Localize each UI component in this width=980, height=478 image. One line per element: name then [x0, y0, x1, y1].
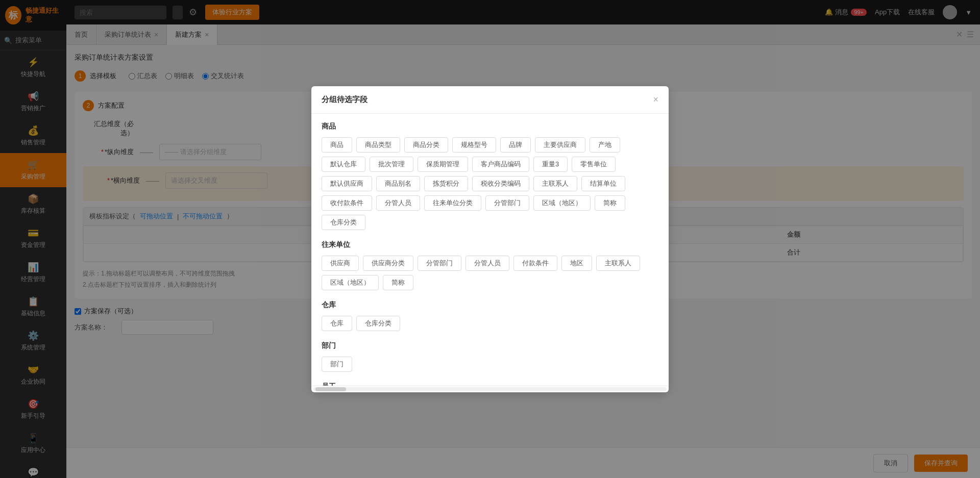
field-group-title-3: 部门: [322, 341, 658, 350]
field-tag-0-17[interactable]: 主联系人: [533, 176, 577, 191]
modal-overlay[interactable]: 分组待选字段 × 商品商品商品类型商品分类规格型号品牌主要供应商产地默认仓库批次…: [0, 0, 980, 478]
field-group-4: 员工业务员: [322, 382, 658, 386]
field-tag-1-2[interactable]: 分管部门: [418, 256, 461, 271]
field-tag-0-14[interactable]: 商品别名: [376, 176, 420, 191]
field-tag-0-9[interactable]: 保质期管理: [418, 157, 468, 172]
field-tag-3-0[interactable]: 部门: [322, 357, 352, 372]
field-tag-0-12[interactable]: 零售单位: [572, 157, 616, 172]
field-tag-0-7[interactable]: 默认仓库: [322, 157, 365, 172]
field-tag-0-19[interactable]: 收付款条件: [322, 195, 372, 211]
field-group-title-1: 往来单位: [322, 240, 658, 249]
field-tag-0-22[interactable]: 分管部门: [485, 195, 529, 211]
modal-header: 分组待选字段 ×: [311, 86, 669, 114]
field-tag-0-0[interactable]: 商品: [322, 137, 352, 153]
field-tag-0-20[interactable]: 分管人员: [376, 195, 420, 211]
field-tag-0-23[interactable]: 区域（地区）: [533, 195, 591, 211]
field-tags-2: 仓库仓库分类: [322, 316, 658, 331]
field-group-1: 往来单位供应商供应商分类分管部门分管人员付款条件地区主联系人区域（地区）简称: [322, 240, 658, 290]
hscroll-thumb[interactable]: [315, 387, 346, 391]
field-tag-1-3[interactable]: 分管人员: [465, 256, 509, 271]
field-tag-0-6[interactable]: 产地: [590, 137, 620, 153]
field-tag-0-15[interactable]: 拣货积分: [424, 176, 468, 191]
modal-close-button[interactable]: ×: [653, 94, 658, 105]
modal-hscroll[interactable]: [311, 386, 669, 392]
field-tag-0-8[interactable]: 批次管理: [370, 157, 413, 172]
field-tag-1-8[interactable]: 简称: [383, 275, 413, 290]
field-tag-1-1[interactable]: 供应商分类: [363, 256, 413, 271]
field-tags-3: 部门: [322, 357, 658, 372]
field-tag-0-18[interactable]: 结算单位: [581, 176, 625, 191]
field-tag-0-3[interactable]: 规格型号: [452, 137, 496, 153]
field-group-title-2: 仓库: [322, 300, 658, 310]
field-tag-2-1[interactable]: 仓库分类: [356, 316, 400, 331]
field-tag-0-10[interactable]: 客户商品编码: [472, 157, 529, 172]
field-tag-1-4[interactable]: 付款条件: [513, 256, 557, 271]
field-tag-0-4[interactable]: 品牌: [500, 137, 531, 153]
field-tag-1-6[interactable]: 主联系人: [596, 256, 640, 271]
field-tag-0-24[interactable]: 简称: [595, 195, 625, 211]
field-tag-0-21[interactable]: 往来单位分类: [424, 195, 481, 211]
modal-body: 商品商品商品类型商品分类规格型号品牌主要供应商产地默认仓库批次管理保质期管理客户…: [311, 114, 669, 386]
modal-title: 分组待选字段: [322, 95, 368, 105]
field-tag-1-0[interactable]: 供应商: [322, 256, 359, 271]
field-tag-0-13[interactable]: 默认供应商: [322, 176, 372, 191]
field-group-3: 部门部门: [322, 341, 658, 372]
field-tag-2-0[interactable]: 仓库: [322, 316, 352, 331]
field-tag-0-2[interactable]: 商品分类: [404, 137, 448, 153]
field-tags-1: 供应商供应商分类分管部门分管人员付款条件地区主联系人区域（地区）简称: [322, 256, 658, 290]
field-group-title-0: 商品: [322, 122, 658, 131]
field-tag-0-1[interactable]: 商品类型: [356, 137, 400, 153]
field-group-0: 商品商品商品类型商品分类规格型号品牌主要供应商产地默认仓库批次管理保质期管理客户…: [322, 122, 658, 230]
field-tag-0-5[interactable]: 主要供应商: [535, 137, 585, 153]
field-tag-0-25[interactable]: 仓库分类: [322, 215, 365, 230]
field-group-title-4: 员工: [322, 382, 658, 386]
field-group-2: 仓库仓库仓库分类: [322, 300, 658, 331]
hscroll-track: [313, 387, 667, 391]
field-tag-0-16[interactable]: 税收分类编码: [472, 176, 529, 191]
field-tag-1-5[interactable]: 地区: [561, 256, 592, 271]
modal: 分组待选字段 × 商品商品商品类型商品分类规格型号品牌主要供应商产地默认仓库批次…: [311, 86, 669, 392]
field-tags-0: 商品商品类型商品分类规格型号品牌主要供应商产地默认仓库批次管理保质期管理客户商品…: [322, 137, 658, 230]
field-tag-0-11[interactable]: 重量3: [533, 157, 568, 172]
field-tag-1-7[interactable]: 区域（地区）: [322, 275, 379, 290]
